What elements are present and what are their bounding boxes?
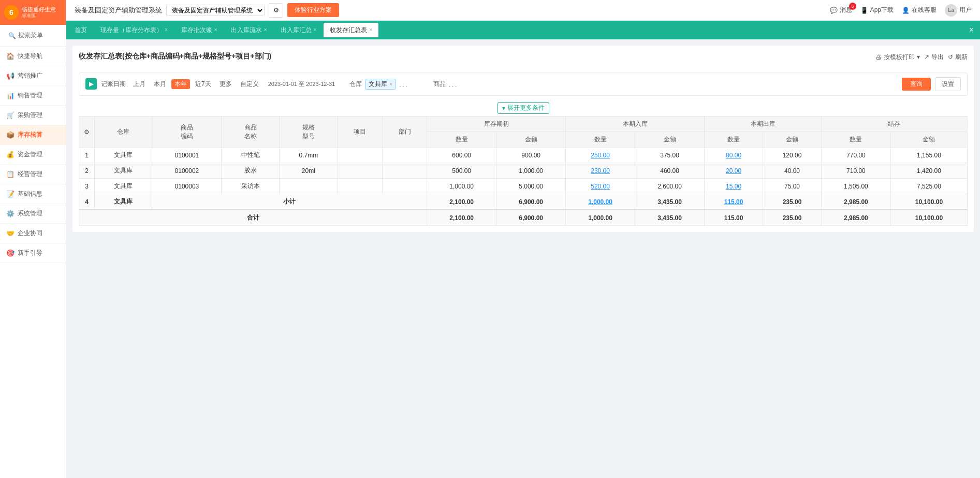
sidebar-item-marketing[interactable]: 📢 营销推广: [0, 66, 66, 86]
sidebar-item-system[interactable]: ⚙️ 系统管理: [0, 204, 66, 224]
date-option-7days[interactable]: 近7天: [192, 79, 214, 89]
cell-name: 胶水: [222, 163, 279, 179]
export-button[interactable]: ↗ 导出: [924, 53, 944, 62]
date-option-more[interactable]: 更多: [216, 79, 235, 89]
cell-in-qty[interactable]: 520.00: [566, 179, 635, 194]
trial-button[interactable]: 体验行业方案: [287, 3, 339, 17]
purchase-icon: 🛒: [6, 111, 14, 120]
enterprise-icon: 🤝: [6, 229, 14, 238]
date-option-last-month[interactable]: 上月: [130, 79, 149, 89]
query-button[interactable]: 查询: [902, 78, 931, 91]
cell-dept: [382, 179, 427, 194]
tab-summary[interactable]: 出入库汇总 ×: [274, 23, 323, 37]
cell-balance-amt: 1,420.00: [890, 163, 967, 179]
settings-filter-button[interactable]: 设置: [935, 77, 961, 91]
sidebar-item-guide[interactable]: 🎯 新手引导: [0, 243, 66, 263]
cell-opening-amt: 900.00: [496, 148, 566, 163]
cell-in-qty[interactable]: 250.00: [566, 148, 635, 163]
print-template-button[interactable]: 🖨 按模板打印 ▾: [875, 53, 920, 62]
settings-button[interactable]: ⚙: [269, 3, 283, 18]
refresh-button[interactable]: ↺ 刷新: [948, 53, 968, 62]
date-range-display: 2023-01-01 至 2023-12-31: [268, 80, 335, 88]
app-title: 畅捷通好生意 标准版: [22, 6, 56, 19]
online-service-button[interactable]: 👤 在线客服: [902, 6, 937, 15]
cell-code: 0100001: [152, 148, 222, 163]
tabbar: 首页 现存量（库存分布表） × 库存批次账 × 出入库流水 × 出入库汇总 × …: [66, 21, 980, 39]
tab-stock-dist[interactable]: 现存量（库存分布表） ×: [94, 23, 174, 37]
tab-close-stock-dist[interactable]: ×: [165, 27, 168, 33]
th-opening-qty: 数量: [427, 132, 496, 148]
tab-close-summary[interactable]: ×: [314, 27, 317, 33]
th-balance-group: 结存: [821, 117, 967, 132]
tab-close-recv-send[interactable]: ×: [369, 27, 372, 33]
cell-no: 1: [79, 148, 95, 163]
filter-toggle-button[interactable]: ▶: [85, 78, 97, 90]
sidebar-item-basic[interactable]: 📝 基础信息: [0, 184, 66, 204]
cell-out-qty[interactable]: 20.00: [705, 163, 763, 179]
search-menu-button[interactable]: 🔍 搜索菜单: [4, 29, 62, 42]
subtotal-label: 小计: [152, 194, 427, 210]
panel-actions: 🖨 按模板打印 ▾ ↗ 导出 ↺ 刷新: [875, 53, 968, 62]
cell-opening-qty: 600.00: [427, 148, 496, 163]
tab-batch[interactable]: 库存批次账 ×: [175, 23, 224, 37]
sidebar-item-finance[interactable]: 💰 资金管理: [0, 145, 66, 165]
tab-close-flow[interactable]: ×: [264, 27, 267, 33]
sidebar-item-sales[interactable]: 📊 销售管理: [0, 86, 66, 106]
refresh-icon: ↺: [948, 53, 953, 61]
cell-warehouse: 文具库: [95, 163, 152, 179]
date-option-this-month[interactable]: 本月: [151, 79, 169, 89]
tabbar-close-button[interactable]: ×: [965, 25, 978, 35]
warehouse-tag-close-button[interactable]: ×: [389, 81, 392, 87]
sidebar-item-operations[interactable]: 📋 经营管理: [0, 165, 66, 184]
cell-spec: 0.7mm: [279, 148, 338, 163]
cell-in-qty[interactable]: 230.00: [566, 163, 635, 179]
tab-flow[interactable]: 出入库流水 ×: [225, 23, 273, 37]
cell-spec: 20ml: [279, 163, 338, 179]
user-menu[interactable]: Ea 用户: [945, 4, 972, 17]
subtotal-in-amt: 3,435.00: [635, 194, 705, 210]
messages-button[interactable]: 💬 消息 6: [830, 6, 852, 15]
tab-home[interactable]: 首页: [68, 23, 93, 37]
filter-bar: ▶ 记账日期 上月 本月 本年 近7天 更多 自定义 2023-01-01 至 …: [79, 73, 968, 96]
total-in-amt: 3,435.00: [635, 210, 705, 226]
th-warehouse: 仓库: [95, 117, 152, 148]
guide-icon: 🎯: [6, 249, 14, 257]
app-download-button[interactable]: 📱 App下载: [860, 6, 894, 15]
marketing-icon: 📢: [6, 72, 14, 80]
subtotal-in-qty: 1,000.00: [566, 194, 635, 210]
th-name: 商品名称: [222, 117, 279, 148]
basic-icon: 📝: [6, 190, 14, 198]
cell-out-qty[interactable]: 15.00: [705, 179, 763, 194]
total-opening-amt: 6,900.00: [496, 210, 566, 226]
system-selector[interactable]: 装备及固定资产辅助管理系统: [166, 5, 265, 16]
sidebar-item-purchase[interactable]: 🛒 采购管理: [0, 106, 66, 125]
total-balance-qty: 2,985.00: [821, 210, 890, 226]
date-option-this-year[interactable]: 本年: [171, 79, 190, 89]
warehouse-filter-dots[interactable]: ...: [399, 80, 408, 89]
cell-out-qty[interactable]: 80.00: [705, 148, 763, 163]
cell-out-amt: 75.00: [763, 179, 822, 194]
th-out-group: 本期出库: [705, 117, 822, 132]
th-in-group: 本期入库: [566, 117, 705, 132]
cell-name: 中性笔: [222, 148, 279, 163]
sidebar-item-quick-nav[interactable]: 🏠 快捷导航: [0, 47, 66, 66]
goods-filter-label: 商品: [433, 80, 446, 89]
cell-balance-amt: 1,155.00: [890, 148, 967, 163]
topbar: 装备及固定资产辅助管理系统 装备及固定资产辅助管理系统 ⚙ 体验行业方案 💬 消…: [66, 0, 980, 21]
sidebar-item-enterprise[interactable]: 🤝 企业协同: [0, 224, 66, 243]
cell-dept: [382, 163, 427, 179]
sidebar-item-inventory[interactable]: 📦 库存核算: [0, 125, 66, 145]
total-row: 合计 2,100.00 6,900.00 1,000.00 3,435.00 1…: [79, 210, 968, 226]
goods-filter-dots[interactable]: ...: [449, 80, 458, 89]
date-option-custom[interactable]: 自定义: [237, 79, 262, 89]
system-title: 装备及固定资产辅助管理系统: [75, 6, 162, 15]
expand-icon: ▾: [502, 105, 505, 112]
th-in-qty: 数量: [566, 132, 635, 148]
tab-recv-send[interactable]: 收发存汇总表 ×: [324, 23, 378, 37]
tab-close-batch[interactable]: ×: [214, 27, 217, 33]
gear-icon: ⚙: [273, 7, 279, 14]
expand-row: ▾ 展开更多条件: [79, 100, 968, 116]
sidebar: 6 畅捷通好生意 标准版 🔍 搜索菜单 🏠 快捷导航 📢 营销推广 📊 销售管理…: [0, 0, 66, 478]
expand-conditions-button[interactable]: ▾ 展开更多条件: [498, 102, 549, 114]
user-avatar: Ea: [945, 4, 957, 17]
